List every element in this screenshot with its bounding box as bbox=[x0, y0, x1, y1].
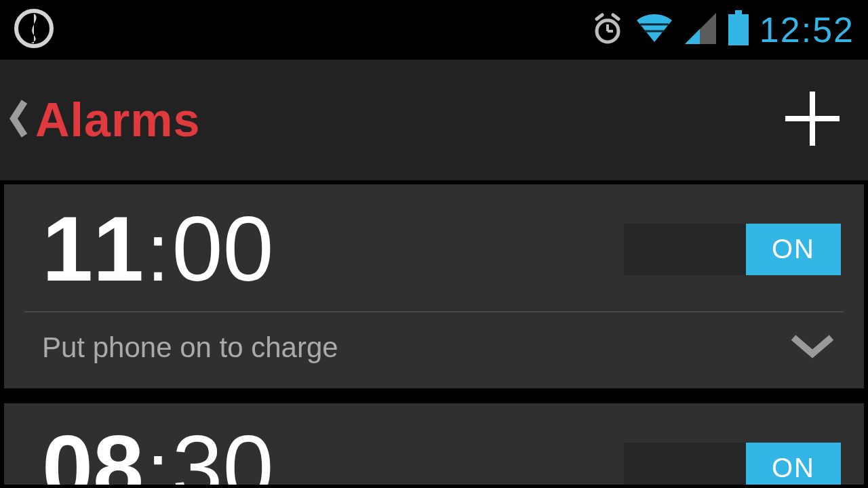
status-left bbox=[14, 8, 54, 52]
alarm-minute: 30 bbox=[172, 422, 274, 485]
alarm-colon: : bbox=[146, 211, 169, 293]
toggle-knob-on: ON bbox=[746, 443, 841, 485]
page-title: Alarms bbox=[35, 93, 200, 147]
status-right: 12:52 bbox=[590, 9, 854, 50]
alarm-hour: 11 bbox=[42, 203, 144, 295]
battery-icon bbox=[727, 10, 750, 49]
alarm-toggle[interactable]: ON bbox=[624, 443, 841, 485]
svg-line-5 bbox=[613, 15, 618, 19]
svg-rect-6 bbox=[735, 10, 742, 14]
alarm-toggle[interactable]: ON bbox=[624, 224, 841, 275]
svg-rect-7 bbox=[728, 14, 749, 45]
alarm-item[interactable]: 08 : 30 ON bbox=[4, 403, 864, 485]
expand-button[interactable] bbox=[788, 332, 837, 363]
alarm-row-bottom: Put phone on to charge bbox=[4, 312, 864, 388]
svg-rect-9 bbox=[785, 116, 840, 121]
alarm-time[interactable]: 11 : 00 bbox=[42, 203, 274, 295]
snapdragon-icon bbox=[14, 8, 54, 52]
alarm-row-top: 08 : 30 ON bbox=[4, 403, 864, 485]
cellular-icon bbox=[684, 12, 717, 48]
svg-line-4 bbox=[597, 15, 602, 19]
alarm-hour: 08 bbox=[42, 422, 144, 485]
alarm-time[interactable]: 08 : 30 bbox=[42, 422, 274, 485]
toggle-track: ON bbox=[624, 224, 841, 275]
alarm-row-top: 11 : 00 ON bbox=[4, 184, 864, 311]
back-button[interactable]: Alarms bbox=[7, 93, 200, 147]
add-alarm-button[interactable] bbox=[784, 90, 841, 150]
app-bar: Alarms bbox=[0, 60, 868, 180]
alarm-minute: 00 bbox=[172, 203, 274, 295]
alarm-item[interactable]: 11 : 00 ON Put phone on to charge bbox=[4, 184, 864, 388]
list-gap bbox=[0, 388, 868, 403]
chevron-down-icon bbox=[788, 351, 837, 363]
chevron-left-icon bbox=[7, 98, 30, 142]
wifi-icon bbox=[635, 11, 674, 49]
alarm-colon: : bbox=[146, 430, 169, 485]
alarm-list: 11 : 00 ON Put phone on to charge bbox=[0, 180, 868, 485]
status-bar: 12:52 bbox=[0, 0, 868, 60]
alarm-icon bbox=[590, 11, 625, 49]
status-clock: 12:52 bbox=[760, 9, 854, 50]
plus-icon bbox=[784, 138, 841, 149]
alarm-label: Put phone on to charge bbox=[42, 331, 338, 364]
toggle-track: ON bbox=[624, 443, 841, 485]
toggle-knob-on: ON bbox=[746, 224, 841, 275]
